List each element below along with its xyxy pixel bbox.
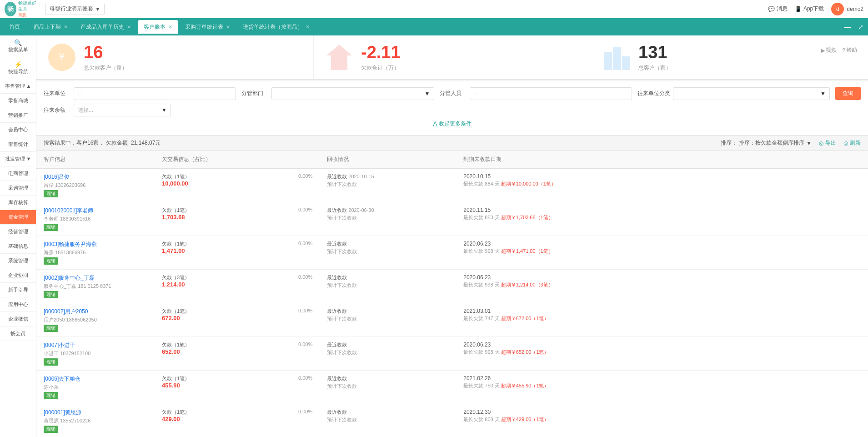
- stat-number-debt-customers: 16: [84, 43, 127, 62]
- sidebar-item-marketing[interactable]: 营销推广: [0, 108, 36, 123]
- sidebar-item-system[interactable]: 系统管理: [0, 254, 36, 268]
- message-btn[interactable]: 💬 消息: [768, 5, 788, 13]
- sidebar-nav[interactable]: ⚡ 快捷导航: [0, 57, 36, 79]
- debt-amount[interactable]: 672.00: [162, 315, 284, 321]
- sidebar-item-member2[interactable]: 畅会员: [0, 326, 36, 341]
- sidebar-item-wechat[interactable]: 企业微信: [0, 312, 36, 326]
- debt-amount[interactable]: 652.00: [162, 348, 284, 355]
- col-debt-info: 欠交易信息（占比）: [155, 151, 291, 168]
- tab-goods[interactable]: 商品上下架 ✕: [28, 20, 73, 34]
- customer-name[interactable]: [0006]去下粮仓: [44, 375, 147, 383]
- sidebar-item-basic-info[interactable]: 基础信息: [0, 239, 36, 254]
- sidebar-item-member[interactable]: 会员中心: [0, 123, 36, 137]
- sidebar-item-finance[interactable]: 资金管理: [0, 210, 36, 225]
- debt-amount[interactable]: 1,703.68: [162, 214, 284, 221]
- app-download-btn[interactable]: 📱 App下载: [795, 5, 824, 13]
- customer-name[interactable]: [000002]用户2050: [44, 308, 147, 316]
- customer-name[interactable]: [000001]黄思源: [44, 409, 147, 417]
- tab-close-icon[interactable]: ✕: [226, 24, 230, 30]
- logo-text: 畅捷通好生意示意: [18, 0, 41, 18]
- filter-dept: 分管部门 ▼: [241, 87, 434, 100]
- tab-close-icon[interactable]: ✕: [127, 24, 131, 30]
- sidebar-search[interactable]: 🔍 搜索菜单: [0, 35, 36, 57]
- overdue-amount[interactable]: 超期￥429.00（1笔）: [501, 417, 549, 422]
- stat-info-3: 131 总客户（家）: [638, 43, 821, 72]
- filter-area: 往来单位 ··· 分管部门 ▼ 分管人员 ···: [36, 81, 868, 136]
- nav-icon: ⚡: [2, 61, 34, 68]
- avatar: d: [831, 3, 844, 15]
- tab-production[interactable]: 产成品入库单历史 ✕: [75, 20, 136, 34]
- search-button[interactable]: 查询: [835, 87, 861, 100]
- chevron-down-icon: ▼: [820, 90, 826, 97]
- overdue-amount[interactable]: 超期￥1,214.00（3笔）: [501, 282, 553, 287]
- tab-close-icon[interactable]: ✕: [168, 24, 172, 30]
- dept-input[interactable]: ▼: [271, 87, 434, 100]
- customer-contact: 陈小弟: [44, 384, 147, 391]
- table-row: [000002]用户2050 用户2050 18665062050 现销 欠款（…: [36, 303, 868, 337]
- debt-amount[interactable]: 455.90: [162, 382, 284, 389]
- customer-tag: 现销: [44, 426, 58, 433]
- customer-name[interactable]: [0002]服务中心_丁磊: [44, 274, 147, 282]
- tab-close-icon[interactable]: ✕: [64, 24, 68, 30]
- overdue-amount[interactable]: 超期￥455.90（1笔）: [501, 383, 549, 388]
- view-btn[interactable]: ▶ 视频: [821, 46, 837, 54]
- customer-name[interactable]: [0016]吕俊: [44, 173, 147, 181]
- debt-amount[interactable]: 1,471.00: [162, 247, 284, 254]
- tab-purchase-stats[interactable]: 采购订单统计表 ✕: [180, 20, 236, 34]
- debt-amount[interactable]: 10,000.00: [162, 180, 284, 187]
- sidebar-item-operations[interactable]: 经营管理: [0, 225, 36, 239]
- overdue-amount[interactable]: 超期￥10,000.00（1笔）: [501, 181, 556, 186]
- overdue-amount[interactable]: 超期￥1,471.00（1笔）: [501, 248, 553, 254]
- overdue-amount[interactable]: 超期￥652.00（1笔）: [501, 349, 549, 355]
- user-avatar[interactable]: d demo2: [831, 3, 863, 15]
- stat-label-total-customers: 总客户（家）: [638, 64, 821, 72]
- sidebar-item-ecommerce[interactable]: 电商管理: [0, 166, 36, 181]
- export-btn[interactable]: ◎ 导出: [819, 139, 836, 147]
- customer-contact: 李老师 18600391516: [44, 216, 147, 222]
- sidebar-item-retail-mgmt[interactable]: 零售管理 ▲: [0, 79, 36, 94]
- sidebar-item-guide[interactable]: 新手引导: [0, 283, 36, 297]
- tab-close-icon[interactable]: ✕: [306, 24, 310, 30]
- tab-home[interactable]: 首页: [3, 20, 26, 34]
- tab-minimize-icon[interactable]: —: [842, 22, 853, 31]
- store-selector[interactable]: 母婴行业演示账套 ▼: [45, 3, 105, 15]
- sidebar-item-apps[interactable]: 应用中心: [0, 297, 36, 312]
- customer-name[interactable]: [0001020001]李老师: [44, 207, 147, 215]
- debt-count: 欠款（1笔）: [162, 173, 284, 180]
- collapse-btn[interactable]: ⋀ 收起更多条件: [44, 118, 861, 130]
- person-input[interactable]: ···: [470, 87, 632, 100]
- overdue-amount[interactable]: 超期￥672.00（1笔）: [501, 316, 549, 321]
- tab-inbound-stats[interactable]: 进货单统计表（按商品） ✕: [237, 20, 315, 34]
- debt-percent: 0.00%: [298, 409, 312, 414]
- sidebar-item-inventory[interactable]: 库存核算: [0, 196, 36, 210]
- debt-amount[interactable]: 429.00: [162, 416, 284, 422]
- overdue-days: 最长欠款 808 天 超期￥429.00（1笔）: [463, 416, 861, 423]
- sidebar-item-enterprise[interactable]: 企业协同: [0, 268, 36, 283]
- debt-amount[interactable]: 1,214.00: [162, 281, 284, 288]
- debt-percent: 0.00%: [298, 375, 312, 381]
- customer-name[interactable]: [0007]小进干: [44, 342, 147, 349]
- customer-name[interactable]: [0003]畅捷服务尹海燕: [44, 241, 147, 248]
- last-payment: 最近收款: [327, 375, 449, 382]
- next-payment: 预计下次收款: [327, 417, 449, 423]
- tab-maximize-icon[interactable]: ⤢: [855, 22, 866, 31]
- customer-tag: 现销: [44, 257, 58, 265]
- help-btn[interactable]: ? 帮助: [842, 46, 857, 54]
- unit-category-input[interactable]: ▼: [673, 87, 830, 100]
- filter-person: 分管人员 ···: [440, 87, 632, 100]
- sidebar-item-wholesale[interactable]: 批发管理 ▼: [0, 152, 36, 166]
- last-payment: 最近收款: [327, 274, 449, 281]
- source-unit-input[interactable]: ···: [74, 87, 236, 100]
- sidebar-item-retail-stats[interactable]: 零售统计: [0, 137, 36, 152]
- overdue-days: 最长欠款 998 天 超期￥1,214.00（3笔）: [463, 281, 861, 288]
- overdue-amount[interactable]: 超期￥1,703.68（1笔）: [501, 215, 553, 220]
- debt-count: 欠款（3笔）: [162, 274, 284, 281]
- balance-select[interactable]: 选择... ▼: [74, 104, 171, 116]
- refresh-btn[interactable]: ◎ 刷新: [843, 139, 861, 147]
- sidebar-item-purchase[interactable]: 采购管理: [0, 181, 36, 196]
- data-table: 客户信息 欠交易信息（占比） 回收情况 到期未收款日期 [0016]吕俊 吕俊 …: [36, 151, 868, 437]
- due-date: 2020.06.23: [463, 241, 861, 247]
- tab-customer-account[interactable]: 客户账本 ✕: [138, 20, 178, 34]
- sort-selector[interactable]: 排序： 排序：按欠款金额倒序排序 ▼: [721, 139, 812, 147]
- sidebar-item-retail-mall[interactable]: 零售商城: [0, 94, 36, 108]
